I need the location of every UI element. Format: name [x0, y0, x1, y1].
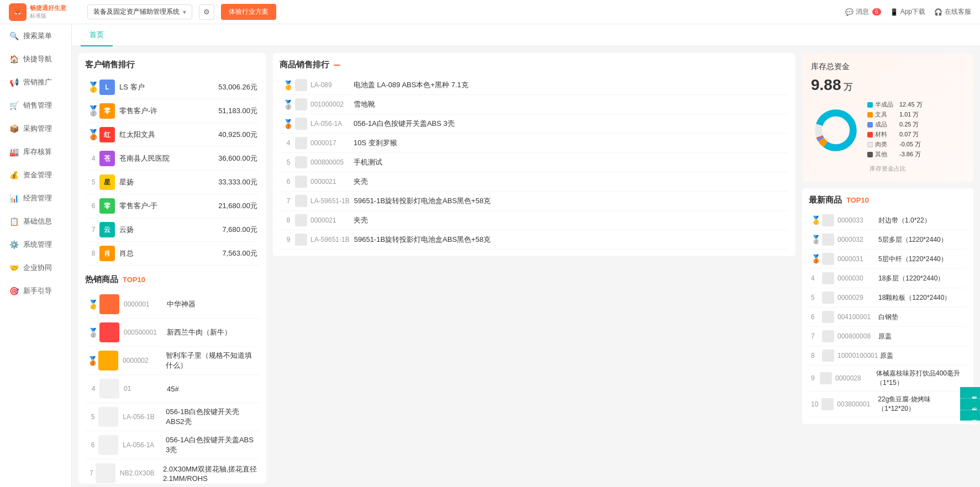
np-thumb — [822, 330, 834, 342]
rank-item[interactable]: 5 星 星扬 33,333.00元 — [85, 171, 260, 194]
np-thumb — [822, 292, 834, 304]
rank-item[interactable]: 🥇 L LS 客户 53,006.26元 — [85, 76, 260, 99]
new-product-item[interactable]: 6 004100001 白钢垫 — [809, 308, 967, 327]
goods-name: 59651-1B旋转投影灯电池盒ABS黑色+58克 — [354, 196, 491, 206]
np-thumb — [822, 272, 834, 284]
goods-rank-num: 7 — [282, 197, 295, 205]
new-product-item[interactable]: 🥉 0000031 5层中纤（1220*2440） — [809, 250, 967, 269]
online-service-button[interactable]: 🎧 在线客服 — [934, 7, 971, 17]
goods-item[interactable]: 4 0000017 10S 变刹罗猴 — [280, 134, 789, 153]
sidebar-item-guide[interactable]: 🎯 新手引导 — [0, 279, 71, 303]
sidebar-item-operation[interactable]: 📊 经营管理 — [0, 187, 71, 210]
sidebar-item-basic[interactable]: 📋 基础信息 — [0, 210, 71, 233]
settings-button[interactable]: ⚙ — [199, 4, 214, 20]
sidebar-item-search[interactable]: 🔍 搜索菜单 — [0, 24, 71, 47]
sidebar-item-sales[interactable]: 🛒 销售管理 — [0, 94, 71, 117]
rank-item[interactable]: 8 肖 肖总 7,563.00元 — [85, 242, 260, 266]
tab-home[interactable]: 首页 — [81, 24, 113, 46]
service-live-button[interactable]: 直播 — [960, 410, 980, 421]
new-product-item[interactable]: 9 0000028 体械嘉枝味苏打饮品400毫升（1*15） — [809, 366, 967, 391]
right-panel: 库存总资金 9.88 万 — [802, 53, 973, 484]
np-rank-num: 5 — [811, 294, 822, 301]
product-item[interactable]: 7 NB2.0X30B 2.0X30MM双搓花轴,搓花直径2.1MM/ROHS — [85, 459, 260, 484]
chart-footer: 库存资金占比 — [811, 165, 965, 173]
legend-item-semifinished: 半成品 12.45 万 — [867, 100, 923, 109]
goods-item[interactable]: 🥉 LA-056-1A 056-1A白色按键开关盖ABS 3壳 — [280, 114, 789, 134]
new-product-item[interactable]: 🥈 0000032 5层多层（1220*2440） — [809, 230, 967, 250]
rank-item[interactable]: 4 苍 苍南县人民医院 36,600.00元 — [85, 147, 260, 171]
np-thumb — [821, 398, 834, 410]
goods-item[interactable]: 🥈 001000002 雪地靴 — [280, 95, 789, 114]
goods-medal: 🥉 — [282, 119, 295, 129]
customer-amount: 53,006.26元 — [218, 82, 257, 92]
product-item[interactable]: 🥉 0000002 智利车子里（规格不知道填什么） — [85, 347, 260, 375]
app-download-button[interactable]: 📱 App下载 — [890, 7, 925, 17]
customer-name: LS 客户 — [119, 82, 218, 92]
goods-name: 手机测试 — [354, 157, 382, 167]
service-float: 客服热线 服务社区 直播 — [960, 387, 980, 421]
system-icon: ⚙️ — [9, 240, 19, 250]
goods-name: 雪地靴 — [354, 99, 375, 109]
rank-item[interactable]: 🥉 红 红太阳文具 40,925.00元 — [85, 123, 260, 147]
customer-badge: 红 — [99, 127, 115, 142]
customer-name: 零售客户-于 — [119, 201, 218, 211]
goods-code: 0000021 — [310, 178, 349, 186]
goods-item[interactable]: 9 LA-59651-1B 59651-1B旋转投影灯电池盒ABS黑色+58克 — [280, 230, 789, 250]
sidebar-item-system[interactable]: ⚙️ 系统管理 — [0, 233, 71, 256]
sidebar-item-quicknav[interactable]: 🏠 快捷导航 — [0, 47, 71, 71]
message-button[interactable]: 💬 消息 6 — [845, 7, 881, 17]
sidebar-item-marketing[interactable]: 📢 营销推广 — [0, 71, 71, 94]
product-item[interactable]: 🥈 000500001 新西兰牛肉（新牛） — [85, 319, 260, 347]
content-area: 客户销售排行 🥇 L LS 客户 53,006.26元 🥈 零 零售客户-许 5… — [72, 46, 980, 487]
new-product-item[interactable]: 7 000800008 原盖 — [809, 327, 967, 346]
trial-button[interactable]: 体验行业方案 — [221, 4, 276, 20]
goods-item[interactable]: 6 0000021 夹壳 — [280, 172, 789, 192]
rank-item[interactable]: 7 云 云扬 7,680.00元 — [85, 218, 260, 242]
product-item[interactable]: 🥇 0000001 中华神器 — [85, 290, 260, 319]
sidebar-item-inventory[interactable]: 🏭 库存核算 — [0, 140, 71, 163]
sidebar-label-quicknav: 快捷导航 — [23, 54, 52, 64]
new-product-item[interactable]: 🥇 0000033 封边带（1.0*22） — [809, 211, 967, 230]
np-thumb — [822, 214, 834, 226]
customer-name: 肖总 — [119, 248, 222, 258]
sidebar-item-finance[interactable]: 💰 资金管理 — [0, 163, 71, 187]
goods-item[interactable]: 5 000800005 手机测试 — [280, 153, 789, 172]
service-hotline-button[interactable]: 客服热线 — [960, 387, 980, 399]
tab-bar: 首页 — [72, 24, 980, 46]
goods-thumb — [295, 156, 307, 168]
rank-item[interactable]: 🥈 零 零售客户-许 51,183.00元 — [85, 99, 260, 123]
finance-icon: 💰 — [9, 170, 19, 180]
product-item[interactable]: 6 LA-056-1A 056-1A白色按键开关盖ABS 3壳 — [85, 431, 260, 459]
goods-rank-panel: 商品销售排行 🥇 LA-089 电池盖 LA-089 ABS本色+黑种 7.1克… — [273, 53, 795, 256]
goods-code: LA-59651-1B — [310, 236, 350, 244]
product-item[interactable]: 5 LA-056-1B 056-1B白色按键开关壳ABS2壳 — [85, 403, 260, 431]
customer-amount: 40,925.00元 — [218, 130, 257, 140]
np-medal: 🥉 — [811, 254, 822, 264]
rank-item[interactable]: 6 零 零售客户-于 21,680.00元 — [85, 194, 260, 218]
goods-item[interactable]: 7 LA-59651-1B 59651-1B旋转投影灯电池盒ABS黑色+58克 — [280, 192, 789, 211]
product-name: 056-1B白色按键开关壳ABS2壳 — [166, 407, 257, 427]
goods-thumb — [295, 118, 307, 130]
new-product-item[interactable]: 4 0000030 18多层（1220*2440） — [809, 269, 967, 288]
sidebar-label-finance: 资金管理 — [23, 170, 52, 180]
customer-amount: 36,600.00元 — [218, 153, 257, 163]
message-icon: 💬 — [845, 8, 853, 16]
goods-item[interactable]: 8 0000021 夹壳 — [280, 211, 789, 230]
np-code: 000800008 — [837, 332, 876, 340]
goods-rank-num: 5 — [282, 158, 295, 166]
chart-area: 半成品 12.45 万 文具 1.01 万 成品 0.25 万 — [811, 100, 965, 160]
system-selector[interactable]: 装备及固定资产辅助管理系统 ▾ — [87, 4, 192, 19]
np-thumb — [822, 234, 834, 246]
goods-item[interactable]: 🥇 LA-089 电池盖 LA-089 ABS本色+黑种 7.1克 — [280, 76, 789, 95]
product-item[interactable]: 4 01 45# — [85, 375, 260, 403]
service-community-button[interactable]: 服务社区 — [960, 399, 980, 410]
sidebar-item-company[interactable]: 🤝 企业协同 — [0, 256, 71, 279]
sidebar-item-purchase[interactable]: 📦 采购管理 — [0, 117, 71, 140]
new-product-item[interactable]: 5 0000029 18颗粒板（1220*2440） — [809, 288, 967, 308]
customer-badge: 苍 — [99, 151, 115, 166]
goods-code: LA-056-1A — [310, 120, 349, 128]
product-rank-num: 7 — [87, 469, 96, 477]
new-product-item[interactable]: 8 10000100001 原盖 — [809, 346, 967, 366]
new-product-item[interactable]: 10 003800001 22g鱼豆腐·烧烤味（1*12*20） — [809, 391, 967, 417]
np-code: 003800001 — [837, 400, 876, 408]
